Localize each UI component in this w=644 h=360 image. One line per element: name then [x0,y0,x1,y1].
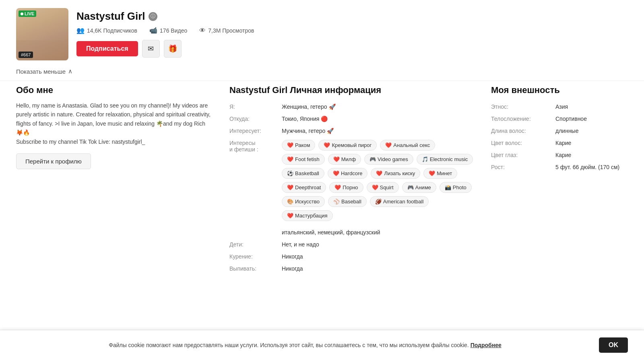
list-item: ❤️ Лизать киску [371,168,420,179]
heart-icon: ❤️ [333,170,339,176]
info-row-languages: итальянский, немецкий, французский [229,229,475,236]
list-item: ❤️ Squirt [367,182,399,193]
camera-icon: 📸 [445,184,451,190]
heart-icon: ❤️ [376,170,382,176]
heart-icon: ❤️ [429,170,435,176]
drinking-value: Никогда [282,265,303,272]
smoking-label: Курение: [229,253,282,260]
info-row-children: Дети: Нет, и не надо [229,241,475,248]
go-to-profile-button[interactable]: Перейти к профилю [16,153,91,169]
list-item: 📸 Photo [440,182,472,193]
info-row-from: Откуда: Токио, Япония 🔴 [229,116,475,122]
show-less-label: Показать меньше [16,68,66,75]
three-col-layout: Обо мне Hello, my name is Anastasia. Gla… [0,85,644,277]
list-item: 🎨 Искусство [282,196,325,207]
profile-actions: Подписаться ✉ 🎁 [76,40,628,58]
gift-button[interactable]: 🎁 [164,40,182,58]
views-stat: 👁 7,3М Просмотров [199,27,254,34]
height-label: Рост: [491,164,555,170]
message-button[interactable]: ✉ [142,40,160,58]
videos-icon: 📹 [149,27,157,34]
list-item: ❤️ Раком [282,140,315,151]
views-count: 7,3М Просмотров [208,27,254,34]
heart-icon: ❤️ [287,156,293,162]
hair-length-value: длинные [555,128,578,134]
interested-value: Мужчина, гетеро 🚀 [282,128,334,134]
appearance-title: Моя внешность [491,85,628,95]
live-badge: LIVE [19,10,36,17]
body-value: Спортивное [555,116,587,122]
videos-stat: 📹 176 Видео [149,27,187,34]
appearance-row-eye-color: Цвет глаз: Карие [491,152,628,158]
info-row-drinking: Выпивать: Никогда [229,265,475,272]
info-row-gender: Я: Женщина, гетеро 🚀 [229,103,475,110]
chevron-up-icon: ∧ [68,68,72,75]
heart-icon: ❤️ [287,142,293,148]
gender-label: Я: [229,103,282,110]
heart-icon: ❤️ [287,213,293,219]
list-item: ❤️ Милф [328,154,361,165]
hair-length-label: Длина волос: [491,128,555,134]
list-item: 🏈 American football [370,196,429,207]
videos-count: 176 Видео [160,27,187,34]
personal-info-title: Nastystuf Girl Личная информация [229,85,475,95]
list-item: ❤️ Мастурбация [282,210,333,221]
appearance-section: Моя внешность Этнос: Азия Телосложение: … [491,85,628,277]
appearance-row-height: Рост: 5 фут. 66 дюйм. (170 см) [491,164,628,170]
art-icon: 🎨 [287,199,293,205]
appearance-row-ethnicity: Этнос: Азия [491,103,628,110]
drinking-label: Выпивать: [229,265,282,272]
about-section: Обо мне Hello, my name is Anastasia. Gla… [16,85,213,277]
heart-icon: ❤️ [334,184,341,190]
subscribe-button[interactable]: Подписаться [76,41,138,56]
list-item: ⚾ Baseball [328,196,367,207]
baseball-icon: ⚾ [333,199,340,205]
list-item: ❤️ Анальный секс [380,140,435,151]
body-label: Телосложение: [491,116,555,122]
appearance-row-body: Телосложение: Спортивное [491,116,628,122]
info-row-smoking: Курение: Никогда [229,253,475,260]
heart-icon: ❤️ [287,184,293,190]
heart-icon: ❤️ [385,142,392,148]
gamepad-icon: 🎮 [369,156,376,162]
appearance-row-hair-color: Цвет волос: Карие [491,140,628,146]
profile-name: Nastystuf Girl [76,10,145,23]
list-item: 🎮 Video games [364,154,413,165]
show-less-button[interactable]: Показать меньше ∧ [0,64,644,81]
hair-color-value: Карие [555,140,571,146]
profile-name-row: Nastystuf Girl ⓘ [76,10,628,23]
list-item: ❤️ Порно [329,182,363,193]
list-item: ❤️ Foot fetish [282,154,325,165]
list-item: ❤️ Минет [423,168,457,179]
from-label: Откуда: [229,116,282,122]
list-item: 🎵 Electronic music [417,154,473,165]
hair-color-label: Цвет волос: [491,140,555,146]
list-item: ❤️ Deepthroat [282,182,326,193]
list-item: 🎮 Аниме [402,182,436,193]
interests-container: ❤️ Раком ❤️ Кремовый пирог ❤️ Анальный с… [282,140,475,221]
gamepad-icon: 🎮 [407,184,414,190]
list-item: ⚽ Basketball [282,168,324,179]
info-row-interested: Интересует: Мужчина, гетеро 🚀 [229,128,475,134]
profile-stats: 👥 14,6K Подписчиков 📹 176 Видео 👁 7,3М П… [76,27,628,34]
football-icon: 🏈 [375,199,382,205]
eye-color-label: Цвет глаз: [491,152,555,158]
live-dot [21,12,23,15]
interests-label: Интересыи фетиши : [229,140,282,153]
children-label: Дети: [229,241,282,248]
about-text: Hello, my name is Anastasia. Glad to see… [16,101,213,146]
subscribers-count: 14,6K Подписчиков [87,27,137,34]
views-icon: 👁 [199,27,206,34]
info-row-interests: Интересыи фетиши : ❤️ Раком ❤️ Кремовый … [229,140,475,221]
live-label: LIVE [25,11,34,16]
languages-value: итальянский, немецкий, французский [282,229,380,236]
list-item: ❤️ Кремовый пирог [318,140,377,151]
avatar-container: LIVE #667 [16,8,68,60]
appearance-row-hair-length: Длина волос: длинные [491,128,628,134]
heart-icon: ❤️ [333,156,340,162]
profile-info: Nastystuf Girl ⓘ 👥 14,6K Подписчиков 📹 1… [76,8,628,58]
rank-badge: #667 [19,52,33,58]
interested-label: Интересует: [229,128,282,134]
about-title: Обо мне [16,85,213,95]
list-item: ❤️ Hardcore [328,168,367,179]
